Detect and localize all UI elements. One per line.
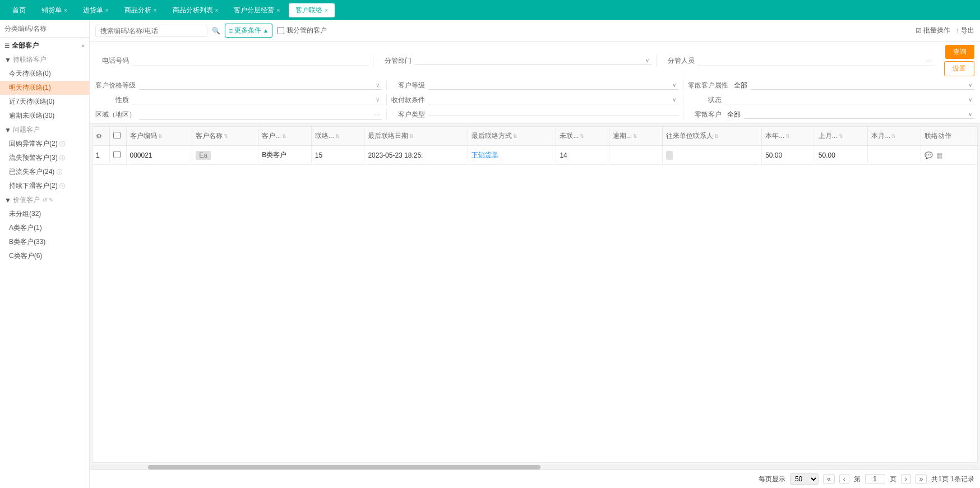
sidebar-item-declining[interactable]: 持续下滑客户(2) ⓘ xyxy=(0,179,89,193)
region-select[interactable]: ··· xyxy=(139,109,382,120)
dept-select[interactable]: ∨ xyxy=(415,56,651,65)
th-uncontact[interactable]: 未联...⇅ xyxy=(556,127,609,146)
search-input[interactable] xyxy=(95,25,207,37)
nav-product-analysis[interactable]: 商品分析 × xyxy=(118,3,164,17)
nav-product-analysis-list[interactable]: 商品分析列表 × xyxy=(166,3,225,17)
content-area: 🔍 ≡ 更多条件 ▲ 我分管的客户 ☑ 批量操作 ↑ 导出 xyxy=(90,20,980,488)
sort-icon-uncontact: ⇅ xyxy=(580,133,584,139)
th-actions: 联络动作 xyxy=(921,127,978,146)
page-number-input[interactable] xyxy=(865,474,885,484)
th-last-month[interactable]: 上月...⇅ xyxy=(815,127,868,146)
sidebar-item-today[interactable]: 今天待联络(0) xyxy=(0,67,89,81)
nav-product-analysis-list-close[interactable]: × xyxy=(215,7,219,13)
query-button[interactable]: 查询 xyxy=(945,45,974,59)
sidebar-item-class-b[interactable]: B类客户(33) xyxy=(0,235,89,249)
sidebar-item-tomorrow[interactable]: 明天待联络(1) xyxy=(0,81,89,95)
phone-input[interactable] xyxy=(132,56,368,66)
grid-icon[interactable]: ▦ xyxy=(936,151,942,159)
sort-icon-type: ⇅ xyxy=(282,133,286,139)
customer-type-select[interactable] xyxy=(428,113,678,116)
th-name[interactable]: 客户名称⇅ xyxy=(192,127,258,146)
sidebar-search-input[interactable] xyxy=(4,25,89,33)
th-this-year[interactable]: 本年...⇅ xyxy=(762,127,815,146)
sidebar-item-repurchase-abnormal[interactable]: 回购异常客户(2) ⓘ xyxy=(0,137,89,151)
price-level-chevron-icon: ∨ xyxy=(376,82,380,88)
price-level-select[interactable]: ∨ xyxy=(139,81,382,90)
filter-right-actions: ☑ 批量操作 ↑ 导出 xyxy=(916,26,974,35)
more-conditions-btn[interactable]: ≡ 更多条件 ▲ xyxy=(225,24,272,38)
nav-purchase-order[interactable]: 进货单 × xyxy=(76,3,115,17)
search-icon[interactable]: 🔍 xyxy=(212,27,220,35)
nav-customer-contact[interactable]: 客户联络 × xyxy=(289,3,335,17)
row-action-icons[interactable]: 💬 ▦ xyxy=(924,151,974,159)
sidebar-item-class-a[interactable]: A类客户(1) xyxy=(0,221,89,235)
nav-customer-contact-close[interactable]: × xyxy=(325,7,328,13)
th-this-month[interactable]: 本月...⇅ xyxy=(868,127,921,146)
nav-customer-segmentation-close[interactable]: × xyxy=(276,7,280,13)
first-page-btn[interactable]: « xyxy=(823,474,835,484)
nav-home[interactable]: 首页 xyxy=(6,3,33,17)
next-page-btn[interactable]: › xyxy=(901,474,911,484)
td-unit-contacts xyxy=(662,146,762,165)
batch-ops-btn[interactable]: ☑ 批量操作 xyxy=(916,26,950,35)
nav-product-analysis-close[interactable]: × xyxy=(154,7,157,13)
person-select[interactable]: ··· xyxy=(698,56,934,66)
td-row-checkbox[interactable] xyxy=(109,146,126,165)
last-page-btn[interactable]: » xyxy=(916,474,927,484)
export-btn[interactable]: ↑ 导出 xyxy=(956,26,974,35)
my-customers-checkbox-label[interactable]: 我分管的客户 xyxy=(277,26,327,35)
td-overdue xyxy=(609,146,663,165)
th-contact-count[interactable]: 联络...⇅ xyxy=(311,127,364,146)
sidebar-item-overdue[interactable]: 逾期未联络(30) xyxy=(0,109,89,123)
sidebar-item-churn-warning[interactable]: 流失预警客户(3) ⓘ xyxy=(0,151,89,165)
filter-actions: 查询 设置 xyxy=(944,45,974,76)
retail-attr-select[interactable]: ∨ xyxy=(751,81,974,90)
row-checkbox[interactable] xyxy=(113,151,121,158)
nav-sales-order-close[interactable]: × xyxy=(64,7,67,13)
customer-level-select[interactable]: ∨ xyxy=(428,81,678,90)
td-customer-type: B类客户 xyxy=(258,146,312,165)
table-container: ⚙ 客户编码⇅ 客户名称⇅ 客户...⇅ 联络...⇅ 最后联络日期⇅ 最后联络… xyxy=(92,126,978,463)
sort-icon-date: ⇅ xyxy=(409,133,414,139)
retail-customer-select[interactable]: ∨ xyxy=(744,110,974,119)
td-last-contact-date: 2023-05-23 18:25: xyxy=(364,146,468,165)
nav-customer-segmentation[interactable]: 客户分层经营 × xyxy=(227,3,286,17)
contact-method-link[interactable]: 下销货单 xyxy=(471,151,498,159)
my-customers-checkbox[interactable] xyxy=(277,27,284,34)
bottom-bar: 每页显示 50 100 200 « ‹ 第 页 › » 共1页 1条记录 xyxy=(90,469,980,488)
gender-chevron-icon: ∨ xyxy=(376,96,380,103)
sort-icon-name: ⇅ xyxy=(224,133,228,139)
th-code[interactable]: 客户编码⇅ xyxy=(126,127,192,146)
scroll-thumb[interactable] xyxy=(148,465,540,469)
gender-select[interactable]: ∨ xyxy=(132,95,382,104)
prev-page-btn[interactable]: ‹ xyxy=(839,474,849,484)
td-uncontact: 14 xyxy=(556,146,609,165)
td-this-year: 50.00 xyxy=(762,146,815,165)
sidebar-collapse-icon: « xyxy=(81,43,85,49)
sort-icon-this-month: ⇅ xyxy=(891,133,896,139)
th-gear[interactable]: ⚙ xyxy=(93,127,109,146)
sidebar-item-class-c[interactable]: C类客户(6) xyxy=(0,249,89,263)
sidebar-all-customers[interactable]: ☰ 全部客户 « xyxy=(0,38,89,53)
chat-icon[interactable]: 💬 xyxy=(924,151,933,159)
horizontal-scrollbar[interactable] xyxy=(92,465,978,469)
nav-purchase-order-close[interactable]: × xyxy=(105,7,109,13)
td-row-actions[interactable]: 💬 ▦ xyxy=(921,146,978,165)
filter-field-customer-type: 客户类型 xyxy=(391,110,678,119)
sidebar-item-week[interactable]: 近7天待联络(0) xyxy=(0,95,89,109)
payment-select[interactable]: ∨ xyxy=(428,95,678,104)
th-unit-contact[interactable]: 往来单位联系人⇅ xyxy=(662,127,762,146)
th-checkbox[interactable] xyxy=(109,127,126,146)
th-customer-type[interactable]: 客户...⇅ xyxy=(258,127,312,146)
status-select[interactable]: ∨ xyxy=(725,95,974,104)
th-last-contact-method[interactable]: 最后联络方式⇅ xyxy=(468,127,556,146)
th-overdue[interactable]: 逾期...⇅ xyxy=(609,127,663,146)
th-last-contact-date[interactable]: 最后联络日期⇅ xyxy=(364,127,468,146)
sidebar-item-churned[interactable]: 已流失客户(24) ⓘ xyxy=(0,165,89,179)
td-last-contact-method[interactable]: 下销货单 xyxy=(468,146,556,165)
select-all-checkbox[interactable] xyxy=(113,132,121,139)
nav-sales-order[interactable]: 销货单 × xyxy=(35,3,74,17)
page-size-select[interactable]: 50 100 200 xyxy=(790,473,819,485)
set-button[interactable]: 设置 xyxy=(944,61,974,76)
sidebar-item-ungrouped[interactable]: 未分组(32) xyxy=(0,207,89,221)
